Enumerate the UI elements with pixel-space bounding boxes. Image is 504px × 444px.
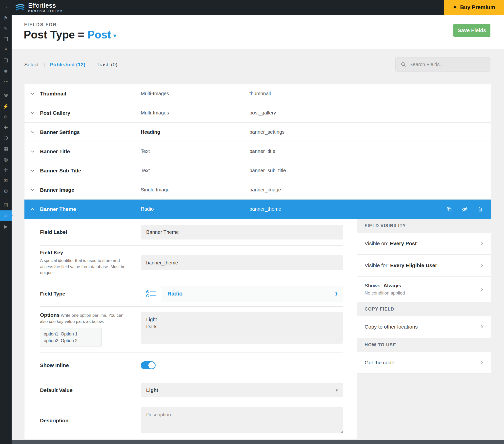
field-key-input[interactable]: banner_theme: [141, 255, 343, 270]
field-row-banner-theme-expanded[interactable]: Banner Theme Radio banner_theme: [24, 200, 491, 219]
field-key-row: Field Key A special identifier that is u…: [40, 246, 343, 281]
copy-to-other-locations-row[interactable]: Copy to other locations ›: [357, 316, 491, 338]
buy-premium-label: Buy Premium: [460, 4, 495, 11]
mail-icon[interactable]: ✉: [0, 175, 12, 186]
chevron-right-icon: ›: [481, 285, 483, 294]
show-inline-toggle[interactable]: [141, 361, 156, 369]
analytics-icon[interactable]: ▦: [0, 143, 12, 154]
field-label-row: Field Label Banner Theme: [40, 219, 343, 246]
health-icon[interactable]: ✚: [0, 122, 12, 133]
description-row: Description: [40, 402, 343, 439]
field-key: thumbnail: [249, 91, 271, 96]
options-textarea[interactable]: Light Dark: [141, 312, 343, 344]
field-name: Banner Image: [40, 187, 74, 193]
chevron-right-icon: ›: [481, 322, 483, 332]
save-fields-button[interactable]: Save Fields: [453, 24, 490, 37]
field-key: banner_settings: [249, 129, 284, 135]
options-label: Options: [40, 312, 60, 318]
brand-name: Effortless: [28, 2, 63, 9]
dashboard-icon[interactable]: ◔: [0, 2, 12, 13]
field-name: Post Gallery: [40, 110, 70, 116]
description-textarea[interactable]: [141, 407, 343, 433]
get-the-code-row[interactable]: Get the code ›: [357, 352, 491, 374]
search-icon: [401, 62, 406, 67]
tools-icon[interactable]: ⚒: [0, 90, 12, 101]
chevron-right-icon: ›: [481, 239, 483, 248]
chevron-down-icon[interactable]: [30, 130, 38, 134]
dropdown-caret-icon: ▾: [336, 388, 338, 393]
search-fields-input[interactable]: [409, 62, 485, 67]
copy-field-header: COPY FIELD: [357, 302, 491, 316]
page-title: Post Type = Post ▾: [24, 29, 116, 41]
field-row-post-gallery[interactable]: Post Gallery Multi-Images post_gallery: [24, 103, 491, 123]
field-key-label: Field Key: [40, 250, 126, 256]
field-type-row: Field Type: [40, 281, 343, 307]
field-key: post_gallery: [249, 110, 276, 116]
field-type-value: Radio: [167, 291, 182, 297]
media-icon[interactable]: ❐: [0, 34, 12, 44]
how-to-use-header: HOW TO USE: [357, 338, 491, 352]
duplicate-icon[interactable]: [446, 206, 452, 212]
move-icon[interactable]: ✛: [0, 165, 12, 175]
field-label-label: Field Label: [40, 229, 126, 235]
show-inline-row: Show Inline: [40, 352, 343, 378]
field-row-banner-title[interactable]: Banner Title Text banner_title: [24, 142, 491, 161]
field-row-banner-image[interactable]: Banner Image Single Image banner_image: [24, 180, 491, 200]
effortless-logo-icon: [15, 3, 25, 12]
field-type-picker[interactable]: Radio ›: [141, 286, 343, 302]
buy-premium-button[interactable]: ✦ Buy Premium: [444, 0, 504, 15]
chevron-down-icon[interactable]: [30, 111, 38, 115]
trash-icon[interactable]: [477, 206, 483, 212]
fields-list: Thumbnail Multi-Images thumbnail Post Ga…: [24, 84, 491, 439]
field-visibility-header: FIELD VISIBILITY: [357, 219, 491, 233]
chevron-down-icon[interactable]: [30, 188, 38, 192]
post-type-selector[interactable]: Post: [87, 29, 111, 41]
field-settings-panel: FIELD VISIBILITY Visible on: Every Post …: [357, 219, 491, 439]
shown-subtext: No condition applied: [365, 291, 405, 296]
description-label: Description: [40, 418, 69, 423]
posts-icon[interactable]: ✎: [0, 23, 12, 34]
field-type: Radio: [141, 206, 154, 212]
chevron-down-icon[interactable]: [30, 149, 38, 154]
chevron-down-icon[interactable]: [30, 92, 38, 96]
settings-gear-icon[interactable]: ⚙: [0, 186, 12, 196]
copy-row-text: Copy to other locations: [365, 324, 418, 330]
sparkle-icon: ✦: [453, 4, 457, 11]
field-key-help: A special identifier that is used to sto…: [40, 258, 126, 276]
shown-row[interactable]: Shown: Always No condition applied ›: [357, 277, 491, 302]
visible-on-row[interactable]: Visible on: Every Post ›: [357, 233, 491, 255]
chevron-up-icon[interactable]: [30, 207, 38, 211]
chevron-down-icon[interactable]: [30, 168, 38, 173]
brand-subtitle: CUSTOM FIELDS: [28, 10, 63, 13]
editor-icon[interactable]: ✏: [0, 76, 12, 87]
sports-icon[interactable]: ◍: [0, 154, 12, 165]
profile-icon[interactable]: ☺: [0, 111, 12, 122]
performance-icon[interactable]: ⚡: [0, 101, 12, 111]
effortless-custom-fields-app: ◔ ⚑ ✎ ❐ ❝ ❏ ☻ ✏ ⚒ ⚡ ☺ ✚ ❍ ▦ ◍ ✛ ✉ ⚙ ☑ ≋ …: [0, 0, 504, 444]
hide-eye-off-icon[interactable]: [462, 206, 468, 212]
video-icon[interactable]: ▶: [0, 221, 12, 232]
tab-published[interactable]: Published (12): [50, 62, 85, 68]
field-row-banner-sub-title[interactable]: Banner Sub Title Text banner_sub_title: [24, 161, 491, 180]
field-key: banner_sub_title: [249, 168, 286, 173]
cloud-icon[interactable]: ❍: [0, 133, 12, 143]
approvals-icon[interactable]: ☑: [0, 200, 12, 210]
options-example: option1: Option 1 option2: Option 2: [40, 328, 102, 347]
field-label-input[interactable]: Banner Theme: [141, 225, 343, 240]
field-row-thumbnail[interactable]: Thumbnail Multi-Images thumbnail: [24, 84, 491, 103]
field-row-banner-settings[interactable]: Banner Settings Heading banner_settings: [24, 123, 491, 142]
users-group-icon[interactable]: ☻: [0, 66, 12, 76]
effortless-custom-fields-menu-icon[interactable]: ≋: [0, 210, 12, 221]
pin-icon[interactable]: ⚑: [0, 13, 12, 23]
field-name: Banner Theme: [40, 206, 76, 212]
tab-select[interactable]: Select: [24, 62, 39, 68]
visible-for-row[interactable]: Visible for: Every Eligible User ›: [357, 255, 491, 277]
default-value-select[interactable]: Light ▾: [141, 383, 343, 397]
plugin-logo[interactable]: Effortless CUSTOM FIELDS: [15, 2, 63, 13]
field-name: Banner Settings: [40, 129, 80, 135]
field-key: banner_theme: [249, 206, 281, 212]
comments-icon[interactable]: ❝: [0, 44, 12, 55]
pages-icon[interactable]: ❏: [0, 55, 12, 66]
default-value-selected: Light: [146, 388, 158, 393]
tab-trash[interactable]: Trash (0): [97, 62, 117, 68]
